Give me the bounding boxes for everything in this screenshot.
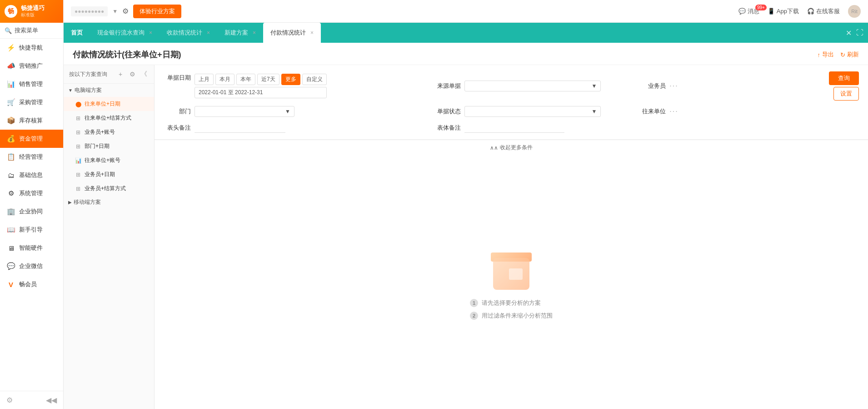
sidebar-item-label: 快捷导航 — [19, 44, 43, 52]
source-label: 来源单据 — [434, 82, 461, 90]
sidebar-item-capital[interactable]: 💰 资金管理 — [0, 130, 63, 148]
avatar[interactable]: Rit — [848, 5, 861, 18]
scheme-item-4-icon: 📊 — [75, 157, 82, 164]
trial-btn[interactable]: 体验行业方案 — [133, 5, 181, 18]
scheme-group-pc[interactable]: ▼ 电脑端方案 — [64, 84, 154, 97]
settings-icon[interactable]: ⚙ — [6, 396, 13, 404]
date-btn-this-year[interactable]: 本年 — [236, 74, 255, 85]
tab-new-scheme-close[interactable]: × — [253, 30, 256, 36]
empty-illustration — [484, 244, 539, 290]
sidebar-item-purchase[interactable]: 🛒 采购管理 — [0, 93, 63, 111]
collapse-bar[interactable]: ∧∧ 收起更多条件 — [155, 140, 868, 155]
sidebar-item-marketing[interactable]: 📣 营销推广 — [0, 57, 63, 75]
sidebar-item-label: 销售管理 — [19, 80, 43, 88]
empty-hints: 1 请先选择要分析的方案 2 用过滤条件来缩小分析范围 — [470, 299, 553, 320]
date-btn-custom[interactable]: 自定义 — [302, 74, 327, 85]
scheme-item-6[interactable]: ⊞ 业务员+结算方式 — [64, 182, 154, 196]
topbar-left: ●●●●●●●●● ▼ ⚙ 体验行业方案 — [71, 5, 181, 18]
scheme-collapse-btn[interactable]: 《 — [140, 70, 149, 79]
msg-badge: 99+ — [755, 5, 767, 10]
page-header-actions: ↑ 导出 ↻ 刷新 — [818, 50, 859, 59]
scheme-item-1[interactable]: ⊞ 往来单位+结算方式 — [64, 111, 154, 125]
salesperson-dots[interactable]: ··· — [669, 82, 678, 90]
sidebar-item-system[interactable]: ⚙ 系统管理 — [0, 184, 63, 202]
inventory-icon: 📦 — [6, 116, 15, 125]
dept-select[interactable]: ▼ — [195, 106, 294, 117]
query-btn[interactable]: 查询 — [829, 71, 859, 85]
scheme-add-btn[interactable]: + — [116, 70, 125, 79]
export-btn[interactable]: ↑ 导出 — [818, 50, 834, 59]
salesperson-label: 业务员 — [639, 82, 666, 90]
contact-label: 往来单位 — [639, 107, 666, 116]
refresh-btn[interactable]: ↻ 刷新 — [840, 50, 859, 59]
purchase-icon: 🛒 — [6, 98, 15, 107]
sidebar-item-enterprise[interactable]: 🏢 企业协同 — [0, 202, 63, 221]
body-note-input[interactable] — [464, 122, 564, 133]
topbar-right: 💬 消息 99+ 📱 App下载 🎧 在线客服 Rit — [738, 5, 861, 18]
date-btn-this-month[interactable]: 本月 — [215, 74, 234, 85]
tab-close-all-icon[interactable]: ✕ — [846, 29, 852, 37]
refresh-icon: ↻ — [840, 51, 845, 58]
sidebar-item-hardware[interactable]: 🖥 智能硬件 — [0, 239, 63, 257]
sidebar-item-inventory[interactable]: 📦 库存核算 — [0, 111, 63, 130]
tab-expand-icon[interactable]: ⛶ — [856, 29, 863, 37]
scheme-item-3[interactable]: ⊞ 部门+日期 — [64, 139, 154, 153]
header-note-input[interactable] — [195, 122, 285, 133]
refresh-label: 刷新 — [847, 50, 859, 59]
date-range-display[interactable]: 2022-01-01 至 2022-12-31 — [195, 87, 327, 98]
settings-btn[interactable]: 设置 — [833, 87, 859, 101]
bill-status-select[interactable]: ▼ — [464, 106, 601, 117]
tab-receipt-stats-close[interactable]: × — [207, 30, 210, 36]
tab-home-label: 首页 — [71, 29, 83, 37]
sidebar-item-management[interactable]: 📋 经营管理 — [0, 148, 63, 166]
logo-icon: 畅 — [5, 5, 17, 18]
weixin-icon: 💬 — [6, 262, 15, 271]
marketing-icon: 📣 — [6, 61, 15, 71]
sidebar-item-quick-nav[interactable]: ⚡ 快捷导航 — [0, 39, 63, 57]
enterprise-icon: 🏢 — [6, 207, 15, 216]
source-select[interactable]: ▼ — [464, 81, 601, 91]
sidebar-item-sales[interactable]: 📊 销售管理 — [0, 75, 63, 93]
tab-bank-flow-close[interactable]: × — [149, 30, 152, 36]
topbar-service[interactable]: 🎧 在线客服 — [807, 7, 840, 15]
contact-dots[interactable]: ··· — [669, 107, 678, 116]
topbar-message[interactable]: 💬 消息 99+ — [738, 7, 759, 15]
scheme-item-4[interactable]: 📊 往来单位+账号 — [64, 153, 154, 167]
date-btn-more[interactable]: 更多 — [281, 74, 300, 85]
tab-bank-flow[interactable]: 现金银行流水查询 × — [90, 23, 160, 43]
search-menu[interactable]: 🔍 搜索菜单 — [0, 23, 63, 39]
main-content: ●●●●●●●●● ▼ ⚙ 体验行业方案 💬 消息 99+ 📱 App下载 🎧 … — [64, 0, 868, 409]
scheme-group-mobile[interactable]: ▶ 移动端方案 — [64, 196, 154, 209]
scheme-item-0[interactable]: ⬤ 往来单位+日期 — [64, 97, 154, 111]
tab-home[interactable]: 首页 — [64, 23, 90, 43]
result-area: 1 请先选择要分析的方案 2 用过滤条件来缩小分析范围 — [155, 155, 868, 409]
sidebar-item-basic-info[interactable]: 🗂 基础信息 — [0, 166, 63, 184]
date-btn-7days[interactable]: 近7天 — [257, 74, 279, 85]
sidebar-header: 畅 畅捷通巧 标准版 — [0, 0, 63, 23]
scheme-item-5-icon: ⊞ — [75, 171, 82, 178]
scheme-item-2[interactable]: ⊞ 业务员+账号 — [64, 125, 154, 139]
topbar-app-download[interactable]: 📱 App下载 — [768, 7, 799, 15]
topbar-settings-icon[interactable]: ⚙ — [122, 7, 129, 15]
scheme-item-5[interactable]: ⊞ 业务员+日期 — [64, 167, 154, 182]
topbar-address: ●●●●●●●●● — [71, 6, 108, 16]
tab-receipt-stats[interactable]: 收款情况统计 × — [160, 23, 217, 43]
scheme-panel-header: 按以下方案查询 + ⚙ 《 — [64, 65, 154, 84]
sidebar-item-vip[interactable]: V 畅会员 — [0, 275, 63, 293]
pc-group-label: 电脑端方案 — [75, 86, 102, 94]
logo-text: 畅捷通巧 — [21, 5, 45, 12]
tab-payment-stats-close[interactable]: × — [310, 30, 314, 36]
sidebar-item-guide[interactable]: 📖 新手引导 — [0, 221, 63, 239]
tab-new-scheme[interactable]: 新建方案 × — [217, 23, 263, 43]
filter-row-1: 单据日期 上月 本月 本年 近7天 更多 自定义 20 — [164, 71, 859, 101]
collapse-sidebar-icon[interactable]: ◀◀ — [46, 396, 57, 404]
date-btn-last-month[interactable]: 上月 — [195, 74, 214, 85]
tabbar-actions: ✕ ⛶ — [846, 23, 868, 43]
tab-payment-stats[interactable]: 付款情况统计 × — [263, 23, 321, 43]
quick-nav-icon: ⚡ — [6, 43, 15, 52]
sidebar-item-label: 库存核算 — [19, 116, 43, 125]
scheme-setting-btn[interactable]: ⚙ — [128, 70, 137, 79]
sidebar-footer: ⚙ ◀◀ — [0, 391, 63, 409]
sidebar-item-weixin[interactable]: 💬 企业微信 — [0, 257, 63, 275]
mobile-group-label: 移动端方案 — [74, 198, 101, 206]
